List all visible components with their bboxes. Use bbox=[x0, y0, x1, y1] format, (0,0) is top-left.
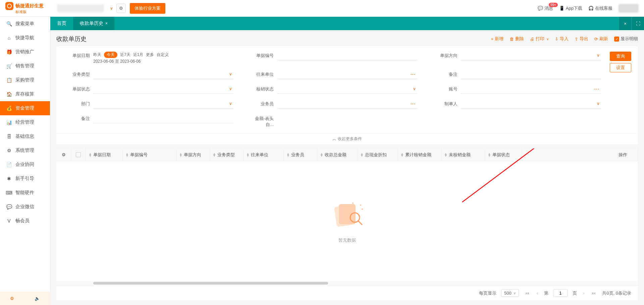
sidebar-item-0[interactable]: 🔍搜索菜单 bbox=[0, 17, 50, 31]
tab-home[interactable]: 首页 bbox=[50, 17, 73, 30]
column-header-0[interactable]: ▲▼单据日期 bbox=[86, 148, 123, 161]
app-download-link[interactable]: 📱 App下载 bbox=[559, 5, 582, 11]
header-settings-button[interactable]: ⚙ bbox=[116, 4, 126, 13]
date-chip-2[interactable]: 近7天 bbox=[120, 52, 130, 58]
page-input[interactable] bbox=[553, 289, 568, 297]
close-icon[interactable]: × bbox=[105, 21, 108, 26]
sidebar-item-1[interactable]: ⌂快捷导航 bbox=[0, 31, 50, 45]
trial-button[interactable]: 体验行业方案 bbox=[130, 3, 165, 14]
print-button[interactable]: 🖨打印∨ bbox=[530, 36, 549, 42]
column-header-5[interactable]: ▲▼业务员 bbox=[284, 148, 317, 161]
brand-edition: 标准版 bbox=[15, 9, 44, 14]
column-header-10[interactable]: ▲▼单据状态 bbox=[485, 148, 522, 161]
column-header-6[interactable]: ▲▼收款总金额 bbox=[317, 148, 358, 161]
sidebar-item-label: 资金管理 bbox=[15, 105, 34, 111]
sidebar-item-label: 快捷导航 bbox=[15, 35, 34, 41]
sidebar-item-12[interactable]: ⌨智能硬件 bbox=[0, 186, 50, 200]
filter-partner-label: 往来单位 bbox=[247, 70, 274, 77]
filter-account-picker[interactable]: ⋯ bbox=[461, 85, 601, 94]
more-icon: ⋯ bbox=[410, 71, 416, 77]
checkbox-checked-icon: ✓ bbox=[614, 37, 619, 42]
query-button[interactable]: 查询 bbox=[610, 52, 631, 61]
sidebar-item-11[interactable]: ✱新手引导 bbox=[0, 172, 50, 186]
prev-page-button[interactable]: ‹ bbox=[535, 291, 539, 296]
sys-icon: ⚙ bbox=[6, 147, 12, 154]
sort-icon: ▲▼ bbox=[213, 153, 216, 157]
sidebar-item-9[interactable]: ⚙系统管理 bbox=[0, 143, 50, 158]
sidebar-item-14[interactable]: V畅会员 bbox=[0, 214, 50, 228]
gear-icon[interactable]: ⚙ bbox=[10, 296, 14, 301]
service-link[interactable]: 🎧 在线客服 bbox=[588, 5, 612, 11]
filter-date-control[interactable]: 昨天今天近7天近1月更多自定义 2023-06-06 至 2023-06-06 bbox=[93, 52, 233, 64]
filter-remark-input[interactable] bbox=[461, 70, 601, 79]
speaker-icon[interactable]: 🔈 bbox=[35, 296, 40, 301]
refresh-button[interactable]: ⟳刷新 bbox=[594, 36, 608, 42]
column-header-4[interactable]: ▲▼往来单位 bbox=[244, 148, 284, 161]
export-button[interactable]: ⇧导出 bbox=[575, 36, 588, 42]
filter-dept-select[interactable]: ∨ bbox=[93, 100, 233, 109]
table-settings-button[interactable]: ⚙ bbox=[56, 148, 71, 161]
column-header-1[interactable]: ▲▼单据编号 bbox=[123, 148, 176, 161]
date-chip-3[interactable]: 近1月 bbox=[133, 52, 144, 58]
print-icon: 🖨 bbox=[530, 37, 534, 42]
tab-current[interactable]: 收款单历史 × bbox=[73, 17, 114, 30]
sidebar-item-3[interactable]: 🛒销售管理 bbox=[0, 59, 50, 73]
next-page-button[interactable]: › bbox=[582, 291, 586, 296]
column-header-11[interactable]: 操作 bbox=[608, 148, 638, 161]
select-all-checkbox[interactable] bbox=[71, 148, 86, 161]
column-header-8[interactable]: ▲▼累计核销金额 bbox=[398, 148, 441, 161]
sidebar-item-8[interactable]: 🗄基础信息 bbox=[0, 129, 50, 143]
filter-remark-label: 备注 bbox=[431, 70, 458, 77]
sidebar-item-label: 企业协同 bbox=[15, 162, 34, 168]
tab-close-all[interactable]: × bbox=[619, 17, 631, 30]
sidebar-item-10[interactable]: 📄企业协同 bbox=[0, 158, 50, 172]
horizontal-scrollbar[interactable] bbox=[56, 281, 638, 286]
filter-biztype-label: 业务类型 bbox=[63, 70, 90, 77]
filter-docno-input[interactable] bbox=[277, 52, 417, 60]
column-header-3[interactable]: ▲▼业务类型 bbox=[210, 148, 244, 161]
chevron-down-icon: ∨ bbox=[229, 86, 232, 91]
import-button[interactable]: ⇩导入 bbox=[555, 36, 569, 42]
date-chip-1[interactable]: 今天 bbox=[104, 52, 117, 58]
sidebar-item-4[interactable]: 📋采购管理 bbox=[0, 73, 50, 87]
cart-icon: 🛒 bbox=[6, 63, 12, 69]
filter-direction-select[interactable]: ∨ bbox=[461, 52, 601, 60]
sort-icon: ▲▼ bbox=[125, 153, 129, 157]
delete-button[interactable]: 🗑删除 bbox=[509, 36, 524, 42]
per-page-select[interactable]: 500 ∨ bbox=[501, 289, 519, 297]
tab-fullscreen[interactable]: ⛶ bbox=[632, 17, 644, 30]
show-detail-toggle[interactable]: ✓显示明细 bbox=[614, 36, 638, 42]
collapse-filters[interactable]: ︽ 收起更多条件 bbox=[56, 133, 638, 144]
date-chip-0[interactable]: 昨天 bbox=[93, 52, 101, 58]
column-header-9[interactable]: ▲▼未核销金额 bbox=[441, 148, 485, 161]
sort-icon: ▲▼ bbox=[360, 153, 364, 157]
sidebar-item-7[interactable]: 📊经营管理 bbox=[0, 115, 50, 129]
column-header-2[interactable]: ▲▼单据方向 bbox=[176, 148, 210, 161]
filter-operator-picker[interactable]: ⋯ bbox=[277, 100, 417, 109]
filter-biztype-select[interactable]: ∨ bbox=[93, 70, 233, 79]
company-selector[interactable]: ∨ bbox=[57, 4, 116, 12]
add-button[interactable]: +新增 bbox=[491, 36, 503, 42]
filter-docstatus-select[interactable]: ∨ bbox=[93, 85, 233, 94]
filter-setting-button[interactable]: 设置 bbox=[610, 63, 631, 72]
empty-illustration bbox=[329, 199, 366, 233]
tab-current-label: 收款单历史 bbox=[80, 20, 103, 26]
filter-remark2-input[interactable] bbox=[93, 115, 233, 123]
sidebar-item-label: 销售管理 bbox=[15, 63, 34, 69]
last-page-button[interactable]: ⏭ bbox=[590, 291, 597, 296]
filter-amount-input[interactable] bbox=[277, 115, 417, 123]
sidebar-item-2[interactable]: 🎁营销推广 bbox=[0, 45, 50, 59]
svg-point-6 bbox=[362, 208, 363, 210]
sidebar-item-5[interactable]: 🏠库存核算 bbox=[0, 87, 50, 101]
first-page-button[interactable]: ⏮ bbox=[524, 291, 531, 296]
filter-creator-select[interactable]: ∨ bbox=[461, 100, 601, 109]
column-header-7[interactable]: ▲▼总现金折扣 bbox=[358, 148, 398, 161]
messages-link[interactable]: 💬 消息 99+ bbox=[538, 5, 553, 11]
sidebar-item-6[interactable]: 💰资金管理 bbox=[0, 101, 50, 115]
sidebar-item-13[interactable]: 💬企业微信 bbox=[0, 200, 50, 214]
user-avatar[interactable] bbox=[619, 4, 639, 13]
date-chip-4[interactable]: 更多 bbox=[146, 52, 154, 58]
date-chip-5[interactable]: 自定义 bbox=[157, 52, 169, 58]
filter-partner-picker[interactable]: ⋯ bbox=[277, 70, 417, 79]
logo-icon bbox=[5, 2, 13, 10]
